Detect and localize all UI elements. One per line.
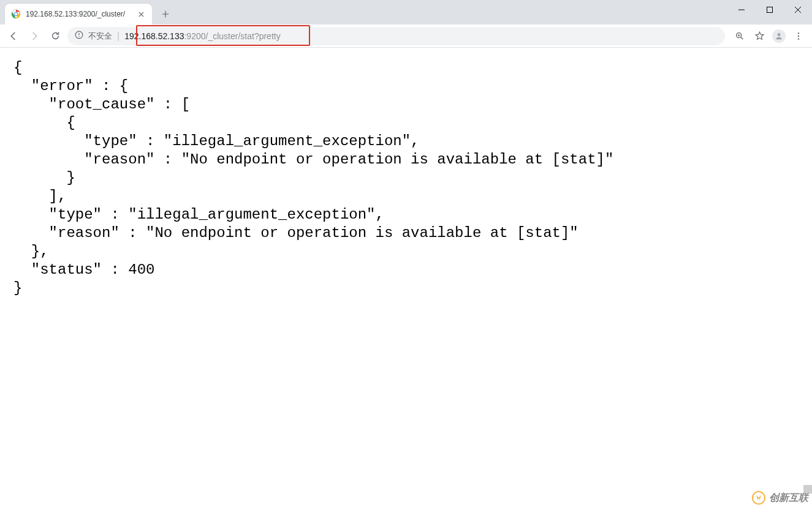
svg-rect-3 xyxy=(767,7,773,13)
url-host: 192.168.52.133 xyxy=(124,31,184,41)
browser-tab[interactable]: 192.168.52.133:9200/_cluster/ xyxy=(5,4,152,24)
browser-toolbar: 不安全 | 192.168.52.133:9200/_cluster/stat?… xyxy=(0,24,812,48)
page-content: { "error" : { "root_cause" : [ { "type" … xyxy=(0,48,812,305)
profile-avatar[interactable] xyxy=(770,28,787,45)
separator: | xyxy=(117,31,120,42)
svg-point-9 xyxy=(798,35,799,36)
json-response-body: { "error" : { "root_cause" : [ { "type" … xyxy=(13,59,805,298)
zoom-icon[interactable] xyxy=(731,28,748,45)
watermark-logo-icon xyxy=(752,491,765,505)
address-bar[interactable]: 不安全 | 192.168.52.133:9200/_cluster/stat?… xyxy=(67,27,725,45)
kebab-menu-icon[interactable] xyxy=(790,28,807,45)
window-maximize-button[interactable] xyxy=(756,0,784,20)
watermark-text: 创新互联 xyxy=(769,492,808,505)
window-titlebar: 192.168.52.133:9200/_cluster/ xyxy=(0,0,812,24)
toolbar-right-icons xyxy=(729,28,807,45)
bookmark-star-icon[interactable] xyxy=(751,28,768,45)
tab-favicon xyxy=(11,9,21,19)
not-secure-icon xyxy=(75,31,83,42)
new-tab-button[interactable] xyxy=(157,6,174,23)
svg-point-2 xyxy=(15,13,18,16)
svg-point-8 xyxy=(798,32,799,34)
svg-point-7 xyxy=(778,33,781,36)
svg-point-10 xyxy=(798,38,799,39)
watermark: 创新互联 xyxy=(752,491,808,505)
window-close-button[interactable] xyxy=(784,0,812,20)
nav-forward-button[interactable] xyxy=(26,28,43,45)
window-minimize-button[interactable] xyxy=(727,0,756,20)
url-rest: :9200/_cluster/stat?pretty xyxy=(184,31,280,41)
nav-back-button[interactable] xyxy=(5,28,22,45)
nav-reload-button[interactable] xyxy=(47,28,64,45)
tab-close-button[interactable] xyxy=(136,9,146,19)
svg-point-5 xyxy=(78,36,79,37)
not-secure-label: 不安全 xyxy=(88,31,112,42)
window-controls xyxy=(727,0,812,24)
url-text: 192.168.52.133:9200/_cluster/stat?pretty xyxy=(124,31,281,41)
tab-title: 192.168.52.133:9200/_cluster/ xyxy=(26,10,131,18)
